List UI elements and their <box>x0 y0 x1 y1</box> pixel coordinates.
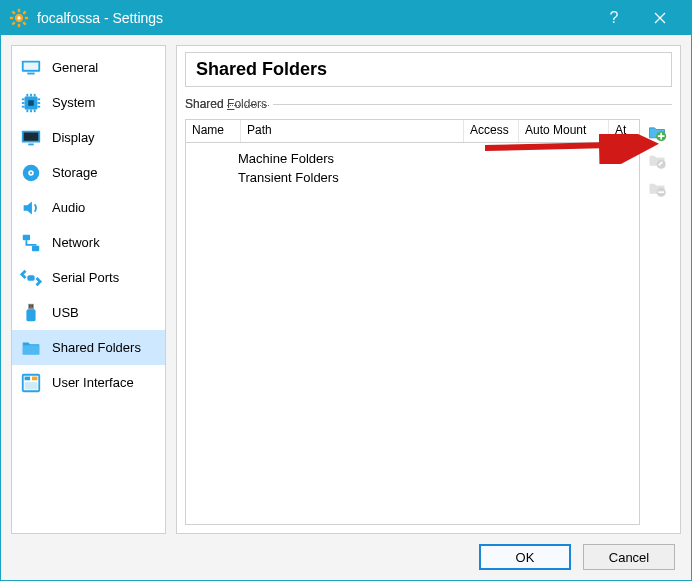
svg-line-5 <box>12 11 15 14</box>
table-header: Name Path Access Auto Mount At <box>186 120 639 143</box>
sidebar-item-shared-folders[interactable]: Shared Folders <box>12 330 165 365</box>
svg-rect-12 <box>27 72 34 74</box>
svg-rect-33 <box>23 234 30 240</box>
edit-shared-folder-button <box>646 149 668 171</box>
sidebar-item-usb[interactable]: USB <box>12 295 165 330</box>
sidebar-item-label: Shared Folders <box>52 340 141 355</box>
svg-rect-28 <box>24 132 39 140</box>
help-button[interactable]: ? <box>591 1 637 35</box>
page-title: Shared Folders <box>185 52 672 87</box>
add-shared-folder-button[interactable] <box>646 121 668 143</box>
svg-rect-42 <box>25 376 30 380</box>
remove-shared-folder-button <box>646 177 668 199</box>
ui-icon <box>20 372 42 394</box>
svg-rect-49 <box>658 191 664 193</box>
sidebar-item-audio[interactable]: Audio <box>12 190 165 225</box>
main-panel: Shared Folders Shared Shared Folders Nam… <box>176 45 681 534</box>
sidebar-item-network[interactable]: Network <box>12 225 165 260</box>
display-icon <box>20 127 42 149</box>
folders-area: Name Path Access Auto Mount At Machine F… <box>185 119 672 525</box>
svg-rect-40 <box>23 345 40 354</box>
svg-rect-37 <box>26 309 35 321</box>
sidebar-item-serial-ports[interactable]: Serial Ports <box>12 260 165 295</box>
svg-rect-35 <box>27 275 34 281</box>
close-button[interactable] <box>637 1 683 35</box>
monitor-icon <box>20 57 42 79</box>
chip-icon <box>20 92 42 114</box>
svg-rect-34 <box>32 245 39 251</box>
sidebar-item-label: Serial Ports <box>52 270 119 285</box>
svg-rect-14 <box>28 100 34 106</box>
table-body: Machine Folders Transient Folders <box>186 143 639 524</box>
sidebar-item-label: Display <box>52 130 95 145</box>
svg-line-7 <box>23 11 25 14</box>
column-access[interactable]: Access <box>464 120 519 142</box>
svg-rect-43 <box>32 376 37 380</box>
sidebar-item-label: General <box>52 60 98 75</box>
column-at[interactable]: At <box>609 120 639 142</box>
sidebar-item-display[interactable]: Display <box>12 120 165 155</box>
network-icon <box>20 232 42 254</box>
svg-rect-29 <box>28 143 34 145</box>
sidebar-item-label: System <box>52 95 95 110</box>
sidebar-item-user-interface[interactable]: User Interface <box>12 365 165 400</box>
titlebar: focalfossa - Settings ? <box>1 1 691 35</box>
window-title: focalfossa - Settings <box>37 10 591 26</box>
svg-point-32 <box>30 171 32 173</box>
sidebar-item-storage[interactable]: Storage <box>12 155 165 190</box>
gear-icon <box>9 8 29 28</box>
sidebar-item-label: Network <box>52 235 100 250</box>
folder-icon <box>20 337 42 359</box>
disk-icon <box>20 162 42 184</box>
shared-folders-table[interactable]: Name Path Access Auto Mount At Machine F… <box>185 119 640 525</box>
table-section-transient-folders[interactable]: Transient Folders <box>186 168 639 187</box>
folder-tool-buttons <box>646 119 672 525</box>
svg-line-8 <box>12 22 15 24</box>
ok-button[interactable]: OK <box>479 544 571 570</box>
usb-icon <box>20 302 42 324</box>
settings-sidebar: General System Display Storage <box>11 45 166 534</box>
svg-line-6 <box>23 22 25 24</box>
svg-point-9 <box>17 16 20 19</box>
content-area: General System Display Storage <box>1 35 691 534</box>
settings-window: focalfossa - Settings ? General System <box>0 0 692 581</box>
svg-rect-39 <box>31 304 32 307</box>
sidebar-item-label: User Interface <box>52 375 134 390</box>
svg-rect-36 <box>28 303 34 309</box>
svg-rect-44 <box>25 382 38 389</box>
dialog-buttons: OK Cancel <box>1 534 691 580</box>
sidebar-item-label: USB <box>52 305 79 320</box>
serial-port-icon <box>20 267 42 289</box>
column-auto-mount[interactable]: Auto Mount <box>519 120 609 142</box>
cancel-button[interactable]: Cancel <box>583 544 675 570</box>
sidebar-item-system[interactable]: System <box>12 85 165 120</box>
svg-rect-11 <box>24 62 39 69</box>
sidebar-item-general[interactable]: General <box>12 50 165 85</box>
sidebar-item-label: Storage <box>52 165 98 180</box>
column-name[interactable]: Name <box>186 120 241 142</box>
sidebar-item-label: Audio <box>52 200 85 215</box>
table-section-machine-folders[interactable]: Machine Folders <box>186 149 639 168</box>
svg-rect-38 <box>29 304 30 307</box>
column-path[interactable]: Path <box>241 120 464 142</box>
speaker-icon <box>20 197 42 219</box>
